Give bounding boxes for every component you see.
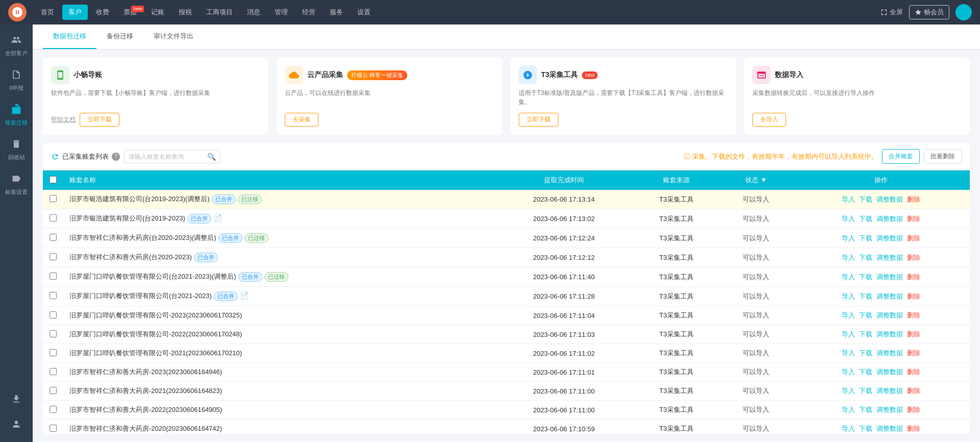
sidebar-item-account-migration[interactable]: 账套迁移 [0, 98, 33, 133]
adjust-data-action[interactable]: 调整数据 [874, 215, 905, 223]
tab-backup-migration[interactable]: 备份迁移 [96, 24, 143, 49]
import-action[interactable]: 导入 [840, 349, 857, 357]
row-checkbox[interactable] [50, 330, 57, 337]
card-data-import-btn[interactable]: 去导入 [752, 113, 786, 127]
import-action[interactable]: 导入 [840, 234, 857, 242]
download-action[interactable]: 下载 [857, 425, 874, 432]
nav-accounting[interactable]: 记账 [145, 5, 170, 20]
row-checkbox[interactable] [50, 406, 57, 413]
delete-action[interactable]: 删除 [905, 234, 922, 242]
merge-accounts-btn[interactable]: 合并账套 [882, 149, 920, 164]
adjust-data-action[interactable]: 调整数据 [874, 387, 905, 395]
adjust-data-action[interactable]: 调整数据 [874, 311, 905, 319]
row-checkbox[interactable] [50, 368, 57, 375]
sidebar-item-all-customers[interactable]: 全部客户 [0, 29, 33, 63]
row-checkbox[interactable] [50, 253, 57, 260]
adjust-data-action[interactable]: 调整数据 [874, 234, 905, 242]
import-action[interactable]: 导入 [840, 254, 857, 261]
import-action[interactable]: 导入 [840, 311, 857, 319]
row-checkbox[interactable] [50, 387, 57, 394]
fullscreen-btn[interactable]: 全屏 [880, 8, 903, 17]
sidebar-download-icon[interactable] [7, 390, 26, 411]
help-icon[interactable]: ? [112, 153, 120, 161]
nav-home[interactable]: 首页 [35, 5, 60, 20]
row-checkbox[interactable] [50, 234, 57, 241]
nav-service[interactable]: 服务 [324, 5, 349, 20]
import-action[interactable]: 导入 [840, 368, 857, 376]
adjust-data-action[interactable]: 调整数据 [874, 330, 905, 338]
delete-action[interactable]: 删除 [905, 387, 922, 395]
nav-message[interactable]: 消息 [241, 5, 266, 20]
import-action[interactable]: 导入 [840, 215, 857, 223]
import-action[interactable]: 导入 [840, 330, 857, 338]
download-action[interactable]: 下载 [857, 195, 874, 203]
sidebar-item-label-settings[interactable]: 标签设置 [0, 167, 33, 202]
nav-tax[interactable]: 报税 [173, 5, 198, 20]
refresh-icon[interactable] [51, 153, 59, 161]
import-action[interactable]: 导入 [840, 273, 857, 281]
import-action[interactable]: 导入 [840, 406, 857, 413]
adjust-data-action[interactable]: 调整数据 [874, 254, 905, 261]
nav-customer[interactable]: 客户 [62, 5, 88, 20]
download-action[interactable]: 下载 [857, 387, 874, 395]
nav-operation[interactable]: 经营 [296, 5, 322, 20]
card-t3-download-btn[interactable]: 立即下载 [519, 113, 558, 127]
nav-settings[interactable]: 设置 [351, 5, 377, 20]
download-action[interactable]: 下载 [857, 349, 874, 357]
adjust-data-action[interactable]: 调整数据 [874, 273, 905, 281]
adjust-data-action[interactable]: 调整数据 [874, 195, 905, 203]
search-input[interactable] [129, 153, 205, 160]
download-action[interactable]: 下载 [857, 273, 874, 281]
adjust-data-action[interactable]: 调整数据 [874, 368, 905, 376]
user-avatar[interactable] [955, 4, 972, 20]
sidebar-user-icon[interactable] [7, 415, 26, 436]
delete-action[interactable]: 删除 [905, 406, 922, 413]
delete-action[interactable]: 删除 [905, 292, 922, 300]
nav-invoice[interactable]: 票据 new [117, 5, 143, 20]
sidebar-item-zero-report[interactable]: 0申报 [0, 63, 33, 98]
search-icon[interactable]: 🔍 [207, 153, 216, 161]
row-checkbox[interactable] [50, 195, 57, 202]
delete-action[interactable]: 删除 [905, 349, 922, 357]
download-action[interactable]: 下载 [857, 311, 874, 319]
card-xiaochangzhang-help-link[interactable]: 帮助文档 [51, 115, 76, 124]
nav-business[interactable]: 工商项目 [200, 5, 239, 20]
tab-data-migration[interactable]: 数据包迁移 [43, 24, 96, 49]
import-action[interactable]: 导入 [840, 195, 857, 203]
download-action[interactable]: 下载 [857, 406, 874, 413]
nav-charge[interactable]: 收费 [90, 5, 115, 20]
delete-action[interactable]: 删除 [905, 195, 922, 203]
vip-button[interactable]: 畅会员 [909, 5, 949, 19]
download-action[interactable]: 下载 [857, 254, 874, 261]
download-action[interactable]: 下载 [857, 215, 874, 223]
adjust-data-action[interactable]: 调整数据 [874, 292, 905, 300]
import-action[interactable]: 导入 [840, 387, 857, 395]
nav-manage[interactable]: 管理 [268, 5, 294, 20]
adjust-data-action[interactable]: 调整数据 [874, 406, 905, 413]
row-checkbox[interactable] [50, 311, 57, 318]
delete-action[interactable]: 删除 [905, 311, 922, 319]
select-all-checkbox[interactable] [50, 176, 57, 183]
delete-action[interactable]: 删除 [905, 273, 922, 281]
card-xiaochangzhang-download-btn[interactable]: 立即下载 [80, 113, 119, 127]
delete-action[interactable]: 删除 [905, 330, 922, 338]
download-action[interactable]: 下载 [857, 292, 874, 300]
sidebar-item-recycle[interactable]: 回收站 [0, 133, 33, 167]
adjust-data-action[interactable]: 调整数据 [874, 425, 905, 432]
import-action[interactable]: 导入 [840, 425, 857, 432]
table-header-status[interactable]: 状态 ▼ [720, 170, 792, 190]
batch-delete-btn[interactable]: 批量删除 [924, 149, 962, 164]
row-checkbox[interactable] [50, 214, 57, 222]
row-checkbox[interactable] [50, 292, 57, 299]
row-checkbox[interactable] [50, 425, 57, 432]
adjust-data-action[interactable]: 调整数据 [874, 349, 905, 357]
row-checkbox[interactable] [50, 349, 57, 356]
download-action[interactable]: 下载 [857, 368, 874, 376]
delete-action[interactable]: 删除 [905, 368, 922, 376]
download-action[interactable]: 下载 [857, 234, 874, 242]
delete-action[interactable]: 删除 [905, 425, 922, 432]
import-action[interactable]: 导入 [840, 292, 857, 300]
delete-action[interactable]: 删除 [905, 215, 922, 223]
tab-audit-export[interactable]: 审计文件导出 [143, 24, 204, 49]
delete-action[interactable]: 删除 [905, 254, 922, 261]
